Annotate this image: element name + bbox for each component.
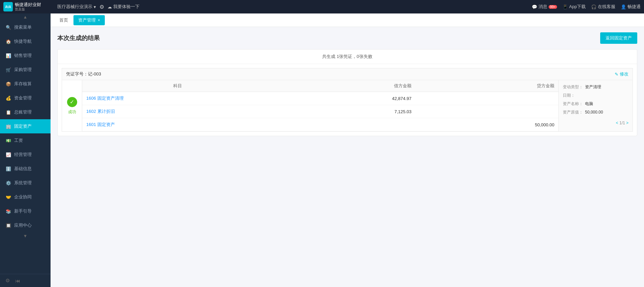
app-icon: 🔲 (5, 222, 11, 228)
col-header-debit: 借方金额 (273, 80, 416, 92)
top-bar-right: 💬 消息 99+ 📱 App下载 🎧 在线客服 👤 畅捷通 (532, 4, 641, 10)
app-download-label: App下载 (569, 4, 586, 10)
cell-debit: 7,125.03 (273, 105, 416, 118)
dropdown-icon: ▾ (94, 4, 96, 9)
success-icon: ✓ (67, 97, 77, 107)
messages-badge: 99+ (549, 5, 557, 9)
collapse-icon[interactable]: ⏮ (15, 278, 20, 284)
change-type-label: 变动类型： (563, 84, 583, 90)
online-service-label: 在线客服 (598, 4, 615, 10)
sidebar-item-ledger[interactable]: 📋 总账管理 (0, 105, 51, 119)
voucher-table: 科目 借方金额 贷方金额 1606 固定资产清理 42,874.97 1602 … (82, 80, 558, 131)
messages-label: 消息 (539, 4, 547, 10)
user-item[interactable]: 👤 畅捷通 (621, 4, 641, 10)
phone-icon: 📱 (562, 4, 568, 9)
pagination-prev[interactable]: < (616, 121, 618, 125)
sidebar-item-sales[interactable]: 📊 销售管理 (0, 49, 51, 63)
company-selector[interactable]: 医疗器械行业演示 ▾ (57, 4, 96, 10)
sidebar-item-cooperation[interactable]: 🤝 企业协同 (0, 190, 51, 204)
experience-label: 我要体验一下 (113, 4, 140, 10)
sidebar-item-ledger-label: 总账管理 (14, 109, 32, 115)
top-bar: AtA 畅捷通好业财 普及版 医疗器械行业演示 ▾ ⚙ ☁ 我要体验一下 💬 消… (0, 0, 644, 13)
table-row: 1606 固定资产清理 42,874.97 (82, 92, 558, 105)
cooperation-icon: 🤝 (5, 194, 11, 200)
return-button[interactable]: 返回固定资产 (600, 32, 637, 44)
asset-name-label: 资产名称： (563, 101, 583, 107)
sidebar-item-search[interactable]: 🔍 搜索菜单 (0, 20, 51, 34)
cell-credit (416, 105, 558, 118)
guide-icon: 📚 (5, 208, 11, 214)
sidebar-item-funds[interactable]: 💰 资金管理 (0, 91, 51, 105)
sidebar-item-inventory[interactable]: 📦 库存核算 (0, 77, 51, 91)
top-bar-center: 医疗器械行业演示 ▾ ⚙ ☁ 我要体验一下 (54, 4, 532, 10)
payroll-icon: 💵 (5, 137, 11, 144)
info-row-asset-name: 资产名称： 电脑 (563, 101, 628, 107)
sidebar-item-system[interactable]: ⚙️ 系统管理 (0, 176, 51, 190)
date-label: 日期： (563, 93, 575, 98)
success-text: 成功 (68, 109, 76, 115)
sidebar-item-basic[interactable]: ℹ️ 基础信息 (0, 162, 51, 176)
search-icon: 🔍 (5, 24, 11, 30)
sidebar-item-system-label: 系统管理 (14, 180, 32, 186)
cell-credit: 50,000.00 (416, 118, 558, 131)
logo-main: 畅捷通好业财 (15, 2, 41, 7)
sidebar-item-guide-label: 新手引导 (14, 208, 32, 214)
pagination: < 1/1 > (563, 118, 628, 125)
tab-home[interactable]: 首页 (56, 17, 71, 23)
message-icon: 💬 (532, 4, 537, 9)
online-service-item[interactable]: 🎧 在线客服 (591, 4, 615, 10)
settings-icon[interactable]: ⚙ (99, 4, 104, 10)
cell-credit (416, 92, 558, 105)
asset-name-value: 电脑 (585, 101, 593, 107)
table-row: 1602 累计折旧 7,125.03 (82, 105, 558, 118)
change-type-value: 资产清理 (585, 84, 601, 90)
pagination-next[interactable]: > (626, 121, 628, 125)
sidebar-item-purchase[interactable]: 🛒 采购管理 (0, 63, 51, 77)
sidebar-item-app-label: 应用中心 (14, 222, 32, 228)
sidebar-item-guide[interactable]: 📚 新手引导 (0, 204, 51, 218)
sidebar-item-payroll[interactable]: 💵 工资 (0, 133, 51, 148)
page-title: 本次生成的结果 (57, 34, 100, 42)
sidebar-item-management[interactable]: 📈 经营管理 (0, 148, 51, 162)
logo: AtA 畅捷通好业财 普及版 (3, 2, 54, 11)
cloud-icon: ☁ (108, 4, 112, 9)
settings-footer-icon[interactable]: ⚙ (5, 278, 10, 284)
sidebar-scroll-down[interactable]: ▼ (0, 232, 51, 239)
asset-value-label: 资产原值： (563, 109, 583, 115)
purchase-icon: 🛒 (5, 67, 11, 73)
voucher-container: 凭证字号：记-003 ✎ 修改 ✓ 成功 (58, 64, 637, 136)
info-row-asset-value: 资产原值： 50,000.00 (563, 109, 628, 115)
user-label: 畅捷通 (627, 4, 641, 10)
voucher-body: ✓ 成功 科目 借方金额 贷方金额 (62, 80, 633, 132)
table-row: 1601 固定资产 50,000.00 (82, 118, 558, 131)
col-header-credit: 贷方金额 (416, 80, 558, 92)
cell-subject: 1602 累计折旧 (82, 105, 273, 118)
cell-debit (273, 118, 416, 131)
management-icon: 📈 (5, 152, 11, 158)
edit-label: 修改 (620, 71, 628, 77)
app-download-item[interactable]: 📱 App下载 (562, 4, 586, 10)
sidebar-item-cooperation-label: 企业协同 (14, 194, 32, 200)
sidebar-item-search-label: 搜索菜单 (14, 24, 32, 30)
tab-close-button[interactable]: × (98, 18, 100, 23)
sidebar-footer: ⚙ ⏮ (0, 274, 51, 287)
status-column: ✓ 成功 (62, 80, 82, 131)
info-panel: 变动类型： 资产清理 日期： 资产名称： 电脑 (558, 80, 633, 131)
sales-icon: 📊 (5, 53, 11, 59)
sidebar: ▲ 🔍 搜索菜单 🏠 快捷导航 📊 销售管理 🛒 采购管理 📦 库存核算 💰 资… (0, 13, 51, 287)
sidebar-scroll-up[interactable]: ▲ (0, 13, 51, 20)
cell-subject: 1601 固定资产 (82, 118, 273, 131)
asset-value-value: 50,000.00 (585, 110, 603, 115)
tab-asset-management[interactable]: 资产管理 × (73, 15, 105, 25)
col-header-subject: 科目 (82, 80, 273, 92)
edit-button[interactable]: ✎ 修改 (615, 71, 628, 77)
page-content: 本次生成的结果 返回固定资产 共生成 1张凭证，0张失败 凭证字号：记-003 … (51, 27, 644, 287)
sidebar-item-fixed[interactable]: 🏢 固定资产 (0, 119, 51, 133)
sidebar-item-quicknav[interactable]: 🏠 快捷导航 (0, 34, 51, 49)
logo-sub: 普及版 (15, 7, 41, 11)
messages-item[interactable]: 💬 消息 99+ (532, 4, 557, 10)
content-area: 首页 资产管理 × 本次生成的结果 返回固定资产 共生成 1张凭证，0张失败 凭… (51, 13, 644, 287)
experience-button[interactable]: ☁ 我要体验一下 (108, 4, 140, 10)
sidebar-item-app[interactable]: 🔲 应用中心 (0, 218, 51, 232)
system-icon: ⚙️ (5, 180, 11, 186)
